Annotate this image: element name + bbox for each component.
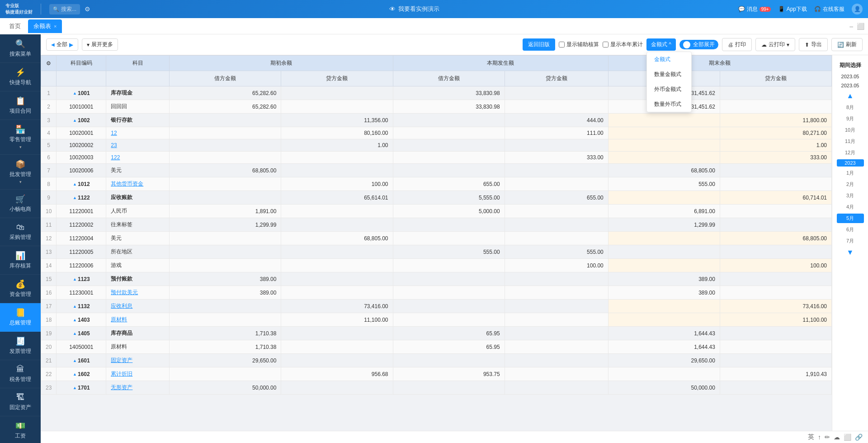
upload-icon[interactable]: ↑ [818,433,821,441]
table-row[interactable]: 4100200011280,160.00111.0080,271.00 [41,127,832,139]
demo-link[interactable]: 👁 我要看实例演示 [389,5,439,13]
sidebar-item-invoice[interactable]: 🧾 发票管理 [0,332,41,360]
year-2023-label: 2023 [837,159,864,167]
right-panel: 期间选择 2023.05 2023.05 ▲ 8月 9月 10月 11月 12月… [832,55,868,431]
lang-icon[interactable]: 英 [808,433,814,441]
table-row[interactable]: 1611230001预付款美元389.00389.00 [41,286,832,300]
messages-badge: 99+ [760,7,771,12]
toolbar: ◀ 全部 ▶ ▾ 展开更多 返回旧版 显示辅助核算 显示本年累计 金额式 ^ [41,34,868,55]
table-row[interactable]: 1111220002往来标签1,299.991,299.99 [41,218,832,232]
th-settings[interactable]: ⚙ [41,56,57,71]
month-11[interactable]: 11月 [837,137,864,146]
sidebar-item-wholesale[interactable]: 📦 批发管理 ▾ [0,155,41,190]
tab-minimize[interactable]: – [849,23,853,30]
table-row[interactable]: 1411220006游戏100.00100.00 [41,259,832,272]
month-9[interactable]: 9月 [837,114,864,124]
print-btn[interactable]: 🖨 打印 [722,38,752,51]
refresh-btn[interactable]: 🔄 刷新 [831,38,863,51]
sidebar-item-ecommerce[interactable]: 🛒 小畅电商 [0,190,41,218]
table-row[interactable]: 8▲1012其他货币资金100.00655.00555.00 [41,177,832,191]
table-right-wrapper: ⚙ 科目编码 科目 期初余额 本期发生额 期末余额 借方金额 [41,55,868,431]
table-row[interactable]: 710020006美元68,805.0068,805.00 [41,164,832,177]
cloud-print-icon: ☁ [761,42,767,48]
month-7[interactable]: 7月 [837,236,864,246]
month-12[interactable]: 12月 [837,148,864,157]
table-row[interactable]: 1311220005所在地区555.00555.00 [41,245,832,259]
month-10[interactable]: 10月 [837,125,864,135]
mode-option-qty-amount[interactable]: 数量金额式 [647,67,691,82]
show-assist-checkbox[interactable]: 显示辅助核算 [559,41,599,48]
arrow-right-icon: ▶ [69,42,73,48]
logo-name: 畅捷通好业财 [5,9,33,15]
user-avatar[interactable]: 👤 [852,4,863,14]
mode-option-foreign-amount[interactable]: 外币金额式 [647,82,691,97]
table-row[interactable]: 210010001回回回65,282.6033,830.9831,451.62 [41,100,832,114]
table-row[interactable]: 9▲1122应收账款65,614.015,555.00655.0060,714.… [41,191,832,205]
month-8[interactable]: 8月 [837,103,864,112]
cloud-icon[interactable]: ☁ [834,433,840,441]
table-row[interactable]: 17▲1132应收利息73,416.0073,416.00 [41,300,832,313]
th-period-initial: 期初余额 [170,56,393,71]
tab-balance[interactable]: 余额表 × [28,19,62,33]
month-5[interactable]: 5月 [837,214,864,223]
sidebar-item-fixed-assets[interactable]: 🏗 固定资产 [0,388,41,416]
sidebar-item-purchase[interactable]: 🛍 采购管理 [0,218,41,246]
back-old-btn[interactable]: 返回旧版 [523,38,555,51]
sidebar-item-contract[interactable]: 📋 项目合同 [0,91,41,120]
th-debit-initial: 借方金额 [170,71,281,86]
table-row[interactable]: 1011220001人民币1,891.005,000.006,891.00 [41,205,832,218]
all-filter-btn[interactable]: ◀ 全部 ▶ [46,38,78,51]
table-row[interactable]: 19▲1405库存商品1,710.3865.951,644.43 [41,327,832,340]
mode-dropdown-trigger[interactable]: 金额式 ^ [646,38,676,51]
table-row[interactable]: 18▲1403原材料11,100.0011,100.00 [41,313,832,327]
table-row[interactable]: 2014050001原材料1,710.3865.951,644.43 [41,340,832,354]
online-service-btn[interactable]: 🎧 在线客服 [814,5,844,13]
month-3[interactable]: 3月 [837,191,864,200]
link-icon[interactable]: 🔗 [855,433,863,441]
sidebar-item-retail[interactable]: 🏪 零售管理 ▾ [0,120,41,155]
th-name: 科目 [106,56,170,71]
period-start: 2023.05 [840,73,860,80]
month-4[interactable]: 4月 [837,202,864,212]
th-credit-initial: 贷方金额 [281,71,393,86]
app-logo: 专业版 畅捷通好业财 [5,3,33,15]
sidebar-item-inventory[interactable]: 📊 库存核算 [0,246,41,275]
sidebar-item-funds[interactable]: 💰 资金管理 [0,275,41,303]
messages-btn[interactable]: 💬 消息 99+ [738,5,771,13]
table-row[interactable]: 23▲1701无形资产50,000.0050,000.00 [41,381,832,395]
month-2[interactable]: 2月 [837,180,864,189]
mode-dropdown[interactable]: 金额式 ^ 金额式 数量金额式 外币金额式 数量外币式 [646,38,676,51]
tab-maximize[interactable]: ⬜ [857,23,864,30]
sidebar-item-search[interactable]: 🔍 搜索菜单 [0,34,41,63]
sidebar-item-tax[interactable]: 🏛 税务管理 [0,360,41,388]
year-up-arrow[interactable]: ▲ [846,91,855,101]
table-row[interactable]: 22▲1602累计折旧956.68953.751,910.43 [41,367,832,381]
tab-close-icon[interactable]: × [54,24,57,29]
month-6[interactable]: 6月 [837,225,864,234]
tab-home[interactable]: 首页 [4,19,26,33]
expand-all-toggle[interactable]: 全部展开 [679,40,718,49]
cloud-print-btn[interactable]: ☁ 云打印 ▾ [755,38,795,51]
mode-option-amount[interactable]: 金额式 [647,52,691,67]
box-icon[interactable]: ⬜ [844,433,851,441]
table-row[interactable]: 510020002231.001.00 [41,139,832,152]
year-down-arrow[interactable]: ▼ [846,248,855,257]
app-download-btn[interactable]: 📱 App下载 [778,5,807,13]
expand-btn[interactable]: ▾ 展开更多 [82,38,118,51]
month-1[interactable]: 1月 [837,168,864,178]
mode-option-qty-foreign[interactable]: 数量外币式 [647,97,691,112]
show-ytd-checkbox[interactable]: 显示本年累计 [603,41,643,48]
content-area: ◀ 全部 ▶ ▾ 展开更多 返回旧版 显示辅助核算 显示本年累计 金额式 ^ [41,34,868,443]
table-row[interactable]: 3▲1002银行存款11,356.00444.0011,800.00 [41,114,832,127]
edit-icon[interactable]: ✏ [825,433,830,441]
table-row[interactable]: 15▲1123预付账款389.00389.00 [41,272,832,286]
table-row[interactable]: 610020003122333.00333.00 [41,152,832,164]
sidebar-item-payroll[interactable]: 💵 工资 [0,416,41,443]
th-credit-end: 贷方金额 [720,71,831,86]
table-row[interactable]: 1211220004美元68,805.0068,805.00 [41,232,832,245]
sidebar-item-ledger[interactable]: 📒 总账管理 [0,303,41,332]
export-btn[interactable]: ⬆ 导出 [799,38,828,51]
table-row[interactable]: 1▲1001库存现金65,282.6033,830.9831,451.62 [41,86,832,100]
table-row[interactable]: 21▲1601固定资产29,650.0029,650.00 [41,354,832,367]
sidebar-item-nav[interactable]: ⚡ 快捷导航 [0,63,41,91]
